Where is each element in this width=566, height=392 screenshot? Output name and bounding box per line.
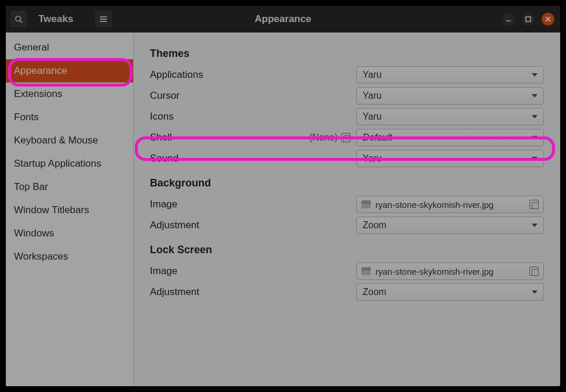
row-ls-image: Image ryan-stone-skykomish-river.jpg xyxy=(150,261,544,282)
image-file-icon xyxy=(361,200,371,208)
row-sound: Sound Yaru xyxy=(150,148,544,169)
app-name: Tweaks xyxy=(38,13,73,25)
minimize-icon xyxy=(506,16,511,22)
image-file-icon xyxy=(361,267,371,275)
maximize-icon xyxy=(525,16,531,22)
sidebar-item-workspaces[interactable]: Workspaces xyxy=(6,245,133,268)
row-icons: Icons Yaru xyxy=(150,106,544,127)
filechooser-value: ryan-stone-skykomish-river.jpg xyxy=(375,267,493,276)
headerbar: Tweaks Appearance xyxy=(6,6,560,33)
sidebar-item-label: General xyxy=(14,42,49,53)
dropdown-value: Zoom xyxy=(363,287,386,297)
maximize-button[interactable] xyxy=(522,13,535,26)
sidebar-item-label: Windows xyxy=(14,228,54,239)
content-pane: Themes Applications Yaru Cursor Yaru Ico… xyxy=(134,33,560,386)
sidebar-item-startup-applications[interactable]: Startup Applications xyxy=(6,152,133,175)
dropdown-bg-adjustment[interactable]: Zoom xyxy=(356,217,544,234)
chevron-down-icon xyxy=(532,94,538,98)
open-folder-icon[interactable] xyxy=(529,267,539,276)
label-applications: Applications xyxy=(150,69,203,81)
label-ls-adjustment: Adjustment xyxy=(150,286,199,298)
dropdown-value: Yaru xyxy=(363,91,382,101)
svg-line-1 xyxy=(20,21,23,23)
sidebar-item-general[interactable]: General xyxy=(6,36,133,59)
row-applications: Applications Yaru xyxy=(150,64,544,85)
dropdown-shell[interactable]: Default xyxy=(356,129,544,146)
dropdown-cursor[interactable]: Yaru xyxy=(356,87,544,105)
sidebar-item-label: Top Bar xyxy=(14,181,48,192)
section-title-background: Background xyxy=(150,177,544,189)
dropdown-applications[interactable]: Yaru xyxy=(356,66,544,84)
chevron-down-icon xyxy=(532,290,538,294)
sidebar-item-label: Extensions xyxy=(14,88,62,99)
chevron-down-icon xyxy=(532,157,538,160)
sidebar-item-label: Startup Applications xyxy=(14,158,101,169)
label-bg-adjustment: Adjustment xyxy=(150,220,199,231)
sidebar-item-label: Keyboard & Mouse xyxy=(14,135,98,146)
dropdown-ls-adjustment[interactable]: Zoom xyxy=(356,283,544,301)
label-shell: Shell xyxy=(150,132,172,143)
filechooser-bg-image[interactable]: ryan-stone-skykomish-river.jpg xyxy=(356,196,544,213)
svg-rect-6 xyxy=(526,17,531,21)
row-ls-adjustment: Adjustment Zoom xyxy=(150,282,544,303)
sidebar-item-label: Workspaces xyxy=(14,251,68,262)
sidebar-item-extensions[interactable]: Extensions xyxy=(6,82,133,106)
svg-point-0 xyxy=(16,16,21,21)
sidebar: General Appearance Extensions Fonts Keyb… xyxy=(6,33,134,386)
label-icons: Icons xyxy=(150,111,174,123)
close-icon xyxy=(545,16,551,22)
open-folder-icon[interactable] xyxy=(341,133,350,142)
sidebar-item-appearance[interactable]: Appearance xyxy=(6,59,133,82)
dropdown-value: Yaru xyxy=(363,153,382,164)
label-ls-image: Image xyxy=(150,265,177,277)
label-cursor: Cursor xyxy=(150,90,180,102)
hamburger-menu-button[interactable] xyxy=(95,11,112,27)
filechooser-value: ryan-stone-skykomish-river.jpg xyxy=(375,200,493,210)
dropdown-value: Zoom xyxy=(363,220,386,231)
label-sound: Sound xyxy=(150,153,178,164)
sidebar-item-fonts[interactable]: Fonts xyxy=(6,106,133,129)
dropdown-sound[interactable]: Yaru xyxy=(356,150,544,167)
sidebar-item-window-titlebars[interactable]: Window Titlebars xyxy=(6,199,133,222)
sidebar-item-keyboard-mouse[interactable]: Keyboard & Mouse xyxy=(6,129,133,152)
close-button[interactable] xyxy=(542,13,554,26)
section-title-lockscreen: Lock Screen xyxy=(150,244,544,256)
sidebar-item-label: Appearance xyxy=(14,65,67,76)
row-bg-image: Image ryan-stone-skykomish-river.jpg xyxy=(150,194,544,215)
dropdown-icons[interactable]: Yaru xyxy=(356,108,544,125)
sidebar-item-label: Window Titlebars xyxy=(14,204,89,215)
dropdown-value: Default xyxy=(363,132,392,143)
chevron-down-icon xyxy=(532,115,538,118)
minimize-button[interactable] xyxy=(502,13,515,26)
sidebar-item-top-bar[interactable]: Top Bar xyxy=(6,175,133,199)
row-bg-adjustment: Adjustment Zoom xyxy=(150,215,544,236)
tweaks-window: Tweaks Appearance General Appearance Ext… xyxy=(6,6,560,386)
dropdown-value: Yaru xyxy=(363,70,382,80)
section-title-themes: Themes xyxy=(150,48,544,60)
chevron-down-icon xyxy=(532,73,538,77)
filechooser-ls-image[interactable]: ryan-stone-skykomish-river.jpg xyxy=(356,262,544,280)
search-button[interactable] xyxy=(10,11,27,27)
chevron-down-icon xyxy=(532,224,538,227)
row-shell: Shell (None) Default xyxy=(150,127,544,148)
hamburger-icon xyxy=(99,16,108,23)
sidebar-item-windows[interactable]: Windows xyxy=(6,222,133,245)
sidebar-item-label: Fonts xyxy=(14,112,39,123)
row-cursor: Cursor Yaru xyxy=(150,85,544,106)
shell-status: (None) xyxy=(309,132,338,143)
dropdown-value: Yaru xyxy=(363,112,382,122)
open-folder-icon[interactable] xyxy=(529,200,539,209)
label-bg-image: Image xyxy=(150,199,177,210)
search-icon xyxy=(15,15,23,23)
chevron-down-icon xyxy=(532,136,538,139)
